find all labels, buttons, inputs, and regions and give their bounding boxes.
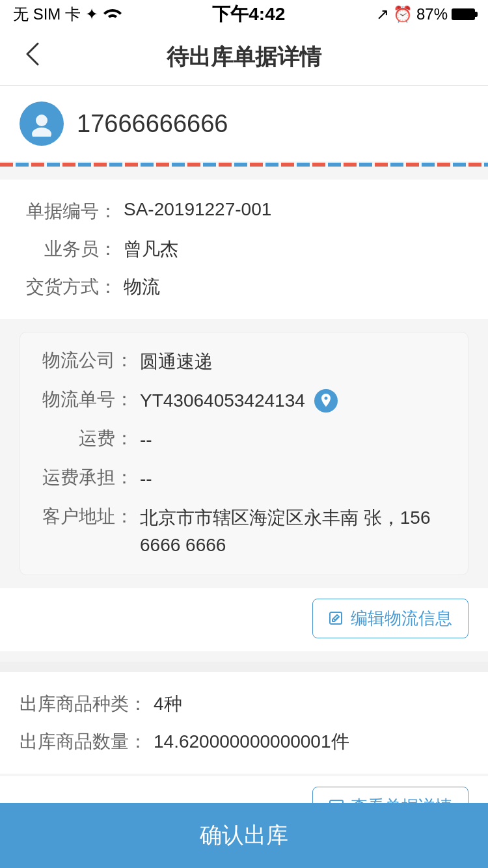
logistics-tracking-value: YT43064053424134 bbox=[140, 387, 452, 414]
svg-point-1 bbox=[32, 128, 51, 137]
logistics-card: 物流公司： 圆通速递 物流单号： YT43064053424134 运费： --… bbox=[20, 332, 468, 575]
dashed-divider bbox=[0, 163, 488, 167]
freight-value: -- bbox=[140, 426, 452, 454]
address-value: 北京市市辖区海淀区永丰南 张，156 6666 6666 bbox=[140, 504, 452, 559]
document-number-value: SA-20191227-001 bbox=[124, 199, 468, 220]
freight-bear-label: 运费承担： bbox=[36, 465, 140, 490]
address-label: 客户地址： bbox=[36, 504, 140, 529]
sales-person-value: 曾凡杰 bbox=[124, 237, 468, 262]
document-number-row: 单据编号： SA-20191227-001 bbox=[20, 199, 468, 224]
edit-btn-label: 编辑物流信息 bbox=[351, 607, 452, 630]
logistics-company-value: 圆通速递 bbox=[140, 348, 452, 375]
product-quantity-value: 14.620000000000001件 bbox=[154, 729, 468, 754]
back-button[interactable] bbox=[20, 36, 46, 78]
freight-label: 运费： bbox=[36, 426, 140, 451]
customer-phone: 17666666666 bbox=[77, 110, 228, 138]
sales-person-row: 业务员： 曾凡杰 bbox=[20, 237, 468, 262]
battery-text: 87% bbox=[416, 5, 448, 23]
freight-row: 运费： -- bbox=[36, 426, 452, 454]
customer-bar: 17666666666 bbox=[0, 86, 488, 161]
delivery-method-row: 交货方式： 物流 bbox=[20, 275, 468, 299]
product-types-row: 出库商品种类： 4种 bbox=[20, 692, 468, 716]
logistics-tracking-label: 物流单号： bbox=[36, 387, 140, 412]
status-right: ↗ ⏰ 87% bbox=[376, 5, 475, 23]
product-quantity-row: 出库商品数量： 14.620000000000001件 bbox=[20, 729, 468, 754]
logistics-company-label: 物流公司： bbox=[36, 348, 140, 373]
status-left: 无 SIM 卡 ✦ bbox=[13, 4, 122, 25]
wifi-icon bbox=[103, 5, 122, 23]
battery-icon bbox=[452, 8, 475, 20]
tracking-number-text: YT43064053424134 bbox=[140, 387, 305, 414]
svg-point-0 bbox=[36, 115, 47, 126]
page-title: 待出库单据详情 bbox=[167, 42, 321, 72]
edit-logistics-button[interactable]: 编辑物流信息 bbox=[312, 599, 468, 638]
products-card: 出库商品种类： 4种 出库商品数量： 14.620000000000001件 bbox=[0, 672, 488, 774]
map-pin-icon[interactable] bbox=[314, 389, 338, 413]
document-number-label: 单据编号： bbox=[20, 199, 124, 224]
avatar bbox=[20, 102, 64, 146]
delivery-method-label: 交货方式： bbox=[20, 275, 124, 299]
freight-bear-row: 运费承担： -- bbox=[36, 465, 452, 493]
address-row: 客户地址： 北京市市辖区海淀区永丰南 张，156 6666 6666 bbox=[36, 504, 452, 559]
sales-person-label: 业务员： bbox=[20, 237, 124, 262]
svg-rect-2 bbox=[330, 612, 342, 624]
delivery-method-value: 物流 bbox=[124, 275, 468, 299]
logistics-company-row: 物流公司： 圆通速递 bbox=[36, 348, 452, 375]
edit-icon bbox=[329, 611, 344, 627]
document-info-card: 单据编号： SA-20191227-001 业务员： 曾凡杰 交货方式： 物流 bbox=[0, 180, 488, 319]
product-types-label: 出库商品种类： bbox=[20, 692, 154, 716]
location-status-icon: ↗ bbox=[376, 5, 389, 23]
logistics-tracking-row: 物流单号： YT43064053424134 bbox=[36, 387, 452, 414]
section-divider bbox=[0, 662, 488, 672]
status-bar: 无 SIM 卡 ✦ 下午4:42 ↗ ⏰ 87% bbox=[0, 0, 488, 29]
status-time: 下午4:42 bbox=[212, 2, 285, 27]
product-quantity-label: 出库商品数量： bbox=[20, 729, 154, 754]
freight-bear-value: -- bbox=[140, 465, 452, 493]
no-sim-text: 无 SIM 卡 ✦ bbox=[13, 4, 98, 25]
edit-btn-container: 编辑物流信息 bbox=[0, 588, 488, 651]
confirm-button-bar[interactable]: 确认出库 bbox=[0, 803, 488, 868]
confirm-button-label: 确认出库 bbox=[200, 821, 288, 850]
product-types-value: 4种 bbox=[154, 692, 468, 716]
nav-bar: 待出库单据详情 bbox=[0, 29, 488, 86]
alarm-icon: ⏰ bbox=[393, 5, 413, 23]
